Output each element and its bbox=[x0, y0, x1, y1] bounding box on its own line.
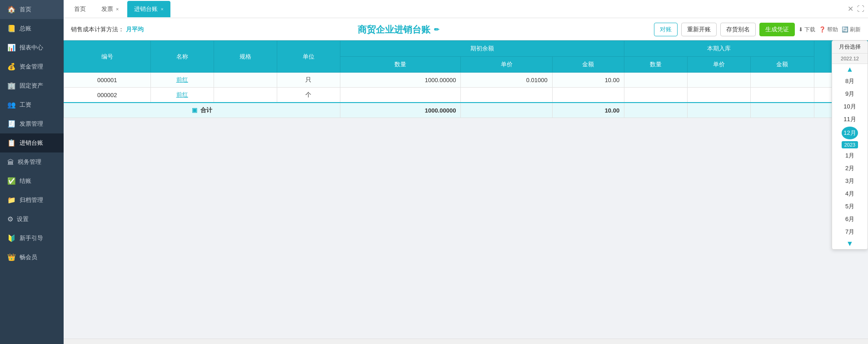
col-header-name: 名称 bbox=[150, 41, 214, 73]
month-item-5[interactable]: 5月 bbox=[832, 200, 868, 213]
sidebar-item-label: 固定资产 bbox=[20, 82, 43, 90]
sidebar-item-reports[interactable]: 📊 报表中心 bbox=[0, 38, 64, 57]
window-maximize-button[interactable]: ⛶ bbox=[857, 5, 864, 13]
cell-inbound-price bbox=[688, 73, 751, 88]
cell-opening-price bbox=[461, 88, 552, 103]
sidebar-item-vip[interactable]: 👑 畅会员 bbox=[0, 248, 64, 267]
cost-method-value: 月平均 bbox=[126, 26, 144, 33]
month-item-7[interactable]: 7月 bbox=[832, 226, 868, 238]
month-item-6[interactable]: 6月 bbox=[832, 213, 868, 226]
sidebar-item-label: 设置 bbox=[17, 215, 29, 223]
tab-invoice[interactable]: 发票 × bbox=[95, 1, 125, 17]
tab-purchase-sales-close[interactable]: × bbox=[160, 7, 163, 12]
month-item-8[interactable]: 8月 bbox=[832, 75, 868, 88]
sidebar-item-archive[interactable]: 📁 归档管理 bbox=[0, 191, 64, 210]
cell-inbound-amount bbox=[751, 73, 814, 88]
ledger-icon: 📒 bbox=[7, 25, 16, 33]
generate-button[interactable]: 生成凭证 bbox=[759, 23, 795, 36]
month-item-4[interactable]: 4月 bbox=[832, 187, 868, 200]
month-item-12[interactable]: 12月 bbox=[842, 127, 858, 139]
reset-button[interactable]: 重新开账 bbox=[681, 23, 717, 36]
sidebar-item-invoice-mgmt[interactable]: 🧾 发票管理 bbox=[0, 114, 64, 133]
sidebar-item-label: 新手引导 bbox=[20, 234, 43, 242]
sidebar-item-label: 归档管理 bbox=[20, 196, 43, 204]
tab-purchase-sales-label: 进销台账 bbox=[134, 5, 158, 13]
sidebar-item-label: 总账 bbox=[20, 25, 31, 33]
assets-icon: 🏢 bbox=[7, 82, 16, 90]
sidebar-item-ledger[interactable]: 📒 总账 bbox=[0, 19, 64, 38]
month-item-3[interactable]: 3月 bbox=[832, 175, 868, 187]
cell-unit: 只 bbox=[277, 73, 340, 88]
cell-spec bbox=[214, 73, 277, 88]
sidebar-item-tax[interactable]: 🏛 税务管理 bbox=[0, 152, 64, 172]
col-header-opening-qty: 数量 bbox=[340, 57, 460, 73]
sidebar-item-guide[interactable]: 🔰 新手引导 bbox=[0, 229, 64, 248]
tax-icon: 🏛 bbox=[7, 158, 14, 166]
sidebar-item-purchase-sales[interactable]: 📋 进销台账 bbox=[0, 133, 64, 152]
window-close-button[interactable]: ✕ bbox=[848, 5, 853, 13]
help-button[interactable]: ❓ 帮助 bbox=[819, 26, 838, 34]
cell-opening-amount bbox=[552, 88, 624, 103]
tab-home-label: 首页 bbox=[74, 5, 86, 13]
table-total-row: ▣ 合计 1000.00000 10.00 bbox=[64, 103, 868, 118]
sidebar: 🏠 首页 📒 总账 📊 报表中心 💰 资金管理 🏢 固定资产 👥 工资 🧾 发票… bbox=[0, 0, 64, 344]
cell-code: 000002 bbox=[64, 88, 151, 103]
download-button[interactable]: ⬇ 下载 bbox=[798, 26, 815, 34]
sidebar-item-home[interactable]: 🏠 首页 bbox=[0, 0, 64, 19]
sidebar-item-salary[interactable]: 👥 工资 bbox=[0, 95, 64, 114]
month-item-1[interactable]: 1月 bbox=[832, 149, 868, 162]
month-item-11[interactable]: 11月 bbox=[832, 113, 868, 126]
cell-opening-qty bbox=[340, 88, 460, 103]
refresh-button[interactable]: 🔄 刷新 bbox=[842, 26, 861, 34]
month-item-2[interactable]: 2月 bbox=[832, 162, 868, 175]
total-inbound-amount bbox=[751, 103, 814, 118]
col-header-inbound-amount: 金额 bbox=[751, 57, 814, 73]
sidebar-item-label: 发票管理 bbox=[20, 120, 43, 128]
sidebar-item-label: 进销台账 bbox=[20, 139, 43, 147]
download-icon: ⬇ bbox=[798, 26, 803, 33]
col-header-opening: 期初余额 bbox=[340, 41, 624, 57]
month-item-9[interactable]: 9月 bbox=[832, 88, 868, 100]
content-area: 销售成本计算方法： 月平均 商贸企业进销台账 ✏ 对账 重新开账 存货别名 生成… bbox=[64, 18, 868, 344]
horizontal-scrollbar[interactable] bbox=[64, 339, 868, 344]
main-area: 首页 发票 × 进销台账 × ✕ ⛶ 销售成本计算方法： 月平均 商贸企业进销台… bbox=[64, 0, 868, 344]
sidebar-item-assets[interactable]: 🏢 固定资产 bbox=[0, 76, 64, 95]
col-header-spec: 规格 bbox=[214, 41, 277, 73]
cell-name[interactable]: 前红 bbox=[150, 73, 214, 88]
tab-bar: 首页 发票 × 进销台账 × ✕ ⛶ bbox=[64, 0, 868, 18]
total-label: ▣ 合计 bbox=[64, 103, 340, 118]
cell-opening-qty: 1000.00000 bbox=[340, 73, 460, 88]
tab-home[interactable]: 首页 bbox=[67, 1, 93, 17]
tab-purchase-sales[interactable]: 进销台账 × bbox=[127, 1, 170, 17]
save-alias-button[interactable]: 存货别名 bbox=[720, 23, 756, 36]
total-opening-amount: 10.00 bbox=[552, 103, 624, 118]
tab-invoice-label: 发票 bbox=[101, 5, 113, 13]
sidebar-item-label: 结账 bbox=[20, 177, 31, 185]
month-panel-year-2022: 2022.12 bbox=[832, 54, 868, 64]
sidebar-item-label: 首页 bbox=[20, 5, 31, 14]
tab-invoice-close[interactable]: × bbox=[116, 7, 119, 12]
sidebar-item-settings[interactable]: ⚙ 设置 bbox=[0, 210, 64, 229]
cell-spec bbox=[214, 88, 277, 103]
data-table: 编号 名称 规格 单位 期初余额 本期入库 数 数量 单价 金额 数 bbox=[64, 40, 868, 118]
month-item-10[interactable]: 10月 bbox=[832, 100, 868, 113]
duizhang-button[interactable]: 对账 bbox=[654, 23, 678, 36]
edit-icon[interactable]: ✏ bbox=[434, 26, 439, 33]
sidebar-item-funds[interactable]: 💰 资金管理 bbox=[0, 57, 64, 76]
cell-name[interactable]: 前红 bbox=[150, 88, 214, 103]
month-scroll-up[interactable]: ▲ bbox=[832, 64, 868, 75]
sidebar-item-closing[interactable]: ✅ 结账 bbox=[0, 172, 64, 191]
sidebar-item-label: 畅会员 bbox=[20, 253, 37, 261]
month-panel: 月份选择 2022.12 ▲ 8月 9月 10月 11月 12月 2023 1月… bbox=[832, 40, 868, 250]
cell-code: 000001 bbox=[64, 73, 151, 88]
settings-icon: ⚙ bbox=[7, 215, 13, 223]
col-header-inbound-price: 单价 bbox=[688, 57, 751, 73]
month-scroll-down[interactable]: ▼ bbox=[832, 238, 868, 249]
cell-unit: 个 bbox=[277, 88, 340, 103]
cell-inbound-amount bbox=[751, 88, 814, 103]
cost-method-label: 销售成本计算方法： 月平均 bbox=[71, 25, 144, 34]
invoice-mgmt-icon: 🧾 bbox=[7, 120, 16, 128]
cell-inbound-qty bbox=[624, 73, 688, 88]
toolbar: 销售成本计算方法： 月平均 商贸企业进销台账 ✏ 对账 重新开账 存货别名 生成… bbox=[64, 18, 868, 40]
sidebar-item-label: 税务管理 bbox=[18, 158, 41, 166]
